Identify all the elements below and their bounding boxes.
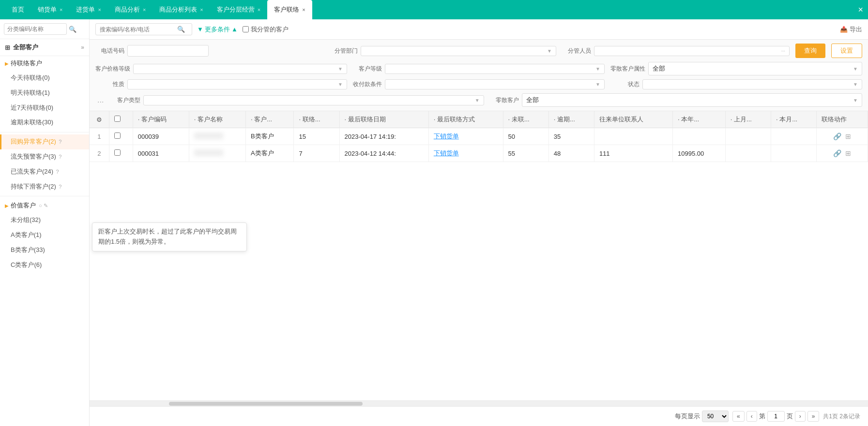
filter-dots[interactable]: ... — [95, 96, 106, 104]
sidebar-item-tomorrow[interactable]: 明天待联络(1) — [0, 86, 89, 101]
action-link-icon[interactable]: 🔗 — [833, 132, 841, 140]
branch-dept-field: 分管部门 ▼ — [329, 46, 556, 56]
chevron-down-icon: ▼ — [547, 48, 552, 54]
row-last-method[interactable]: 下销货单 — [428, 128, 503, 145]
nav-tab-purchase[interactable]: 进货单 × — [69, 0, 107, 19]
row-checkbox[interactable] — [109, 128, 133, 145]
select-all-checkbox[interactable] — [114, 116, 121, 122]
all-customers-section[interactable]: ⊞ 全部客户 » — [0, 39, 89, 56]
row-this-year — [672, 128, 725, 145]
table-col-code: · 客户编码 — [133, 111, 189, 128]
row-unit-contact — [594, 128, 672, 145]
row-checkbox[interactable] — [109, 145, 133, 162]
window-close-button[interactable]: × — [858, 5, 863, 15]
close-customer-contact-tab[interactable]: × — [302, 7, 305, 13]
row-type: B类客户 — [246, 128, 294, 145]
branch-person-select[interactable]: ··· — [594, 46, 790, 56]
page-number-input[interactable] — [767, 411, 785, 422]
chevron-dots-icon: ··· — [781, 48, 785, 54]
nav-tab-product-list[interactable]: 商品分析列表 × — [152, 0, 210, 19]
sidebar-search-input[interactable] — [4, 23, 67, 35]
arrow-icon-value: ▶ — [5, 203, 9, 208]
sidebar-item-ungrouped[interactable]: 未分组(32) — [0, 213, 89, 228]
sidebar: 🔍 ⊞ 全部客户 » ▶ 待联络客户 今天待联络(0) 明天待联络(1) 近7天… — [0, 19, 90, 426]
sidebar-item-already-lost[interactable]: 已流失客户(24) ? — [0, 164, 89, 179]
row-last-method[interactable]: 下销货单 — [428, 145, 503, 162]
last-page-btn[interactable]: » — [807, 411, 820, 422]
close-sales-tab[interactable]: × — [60, 7, 62, 13]
payment-select[interactable]: ▼ — [385, 79, 605, 89]
query-button[interactable]: 查询 — [795, 44, 825, 58]
action-link-icon[interactable]: 🔗 — [833, 149, 841, 157]
value-customer-group[interactable]: ▶ 价值客户 ○ ✎ — [0, 198, 89, 213]
grid-icon: ⊞ — [5, 44, 10, 51]
first-page-btn[interactable]: « — [732, 411, 745, 422]
customer-level-field: 客户等级 ▼ — [353, 64, 605, 74]
gender-label: 性质 — [95, 80, 124, 88]
prev-page-btn[interactable]: ‹ — [746, 411, 757, 422]
close-product-list-tab[interactable]: × — [200, 7, 203, 13]
pending-contact-group[interactable]: ▶ 待联络客户 — [0, 56, 89, 71]
sidebar-item-c-class[interactable]: C类客户(6) — [0, 258, 89, 273]
sidebar-item-continuing-drop[interactable]: 持续下滑客户(2) ? — [0, 179, 89, 194]
row-name — [189, 145, 245, 162]
retail-customer-select[interactable]: 全部 ▼ — [522, 93, 862, 107]
table-col-not-contacted: · 未联... — [503, 111, 548, 128]
gender-select[interactable]: ▼ — [127, 79, 347, 89]
customer-price-level-label: 客户价格等级 — [95, 65, 130, 73]
table-row: 1 000039 B类客户 15 2023-04-17 14:19: 下销货单 … — [90, 128, 868, 145]
nav-tab-sales[interactable]: 销货单 × — [31, 0, 69, 19]
chevron-down-icon8: ▼ — [475, 98, 480, 103]
collapse-sidebar-btn[interactable]: » — [81, 44, 84, 51]
row-this-month — [771, 128, 817, 145]
sidebar-search-area: 🔍 — [0, 19, 89, 39]
nav-tab-customer-contact[interactable]: 客户联络 × — [267, 0, 312, 19]
sidebar-item-repurchase-abnormal[interactable]: 回购异常客户(2) ? — [0, 134, 89, 149]
phone-input[interactable] — [127, 45, 209, 57]
chevron-down-icon9: ▼ — [853, 98, 858, 103]
my-customer-checkbox[interactable] — [243, 26, 249, 32]
settings-button[interactable]: 设置 — [831, 44, 862, 58]
search-submit-icon[interactable]: 🔍 — [177, 26, 185, 33]
sidebar-item-7days[interactable]: 近7天待联络(0) — [0, 101, 89, 116]
sidebar-search-icon[interactable]: 🔍 — [69, 26, 76, 33]
sidebar-item-b-class[interactable]: B类客户(33) — [0, 243, 89, 258]
sidebar-item-today[interactable]: 今天待联络(0) — [0, 71, 89, 86]
scrollbar-thumb[interactable] — [169, 402, 363, 406]
action-grid-icon[interactable]: ⊞ — [845, 132, 851, 140]
close-purchase-tab[interactable]: × — [98, 7, 101, 13]
close-product-analysis-tab[interactable]: × — [143, 7, 146, 13]
customer-type-select[interactable]: ▼ — [143, 95, 484, 105]
nav-tab-home[interactable]: 首页 — [5, 0, 31, 19]
table-col-last-method: · 最后联络方式 — [428, 111, 503, 128]
horizontal-scrollbar[interactable] — [90, 400, 868, 406]
row-this-year: 10995.00 — [672, 145, 725, 162]
more-conditions-btn[interactable]: ▼ 更多条件 ▲ — [197, 25, 238, 34]
action-grid-icon[interactable]: ⊞ — [845, 149, 851, 157]
sidebar-item-a-class[interactable]: A类客户(1) — [0, 228, 89, 243]
sidebar-item-lost-warning[interactable]: 流失预警客户(3) ? — [0, 149, 89, 164]
retail-attr-select[interactable]: 全部 ▼ — [648, 62, 862, 75]
nav-tab-customer-stratify[interactable]: 客户分层经营 × — [210, 0, 267, 19]
customer-price-level-select[interactable]: ▼ — [133, 64, 347, 74]
nav-tab-product-analysis[interactable]: 商品分析 × — [108, 0, 152, 19]
next-page-btn[interactable]: › — [795, 411, 806, 422]
customer-level-select[interactable]: ▼ — [385, 64, 605, 74]
chevron-down-icon3: ▼ — [595, 66, 600, 72]
row-type: A类客户 — [246, 145, 294, 162]
status-label: 状态 — [610, 80, 640, 88]
row-name — [189, 128, 245, 145]
table-settings-col[interactable]: ⚙ — [90, 111, 109, 128]
per-page-select-input[interactable]: 50 20 100 — [702, 411, 729, 422]
close-customer-stratify-tab[interactable]: × — [258, 7, 260, 13]
top-nav: 首页 销货单 × 进货单 × 商品分析 × 商品分析列表 × 客户分层经营 × … — [0, 0, 868, 19]
sidebar-item-overdue[interactable]: 逾期未联络(30) — [0, 115, 89, 130]
export-button[interactable]: 📤 导出 — [840, 25, 862, 34]
branch-dept-select[interactable]: ▼ — [361, 46, 556, 56]
branch-person-field: 分管人员 ··· — [562, 46, 790, 56]
page-navigation: « ‹ 第 页 › » — [732, 411, 819, 422]
chevron-down-icon5: ▼ — [338, 82, 343, 87]
status-select[interactable]: ▼ — [642, 79, 862, 89]
search-input[interactable] — [100, 26, 177, 33]
row-index: 1 — [90, 128, 109, 145]
